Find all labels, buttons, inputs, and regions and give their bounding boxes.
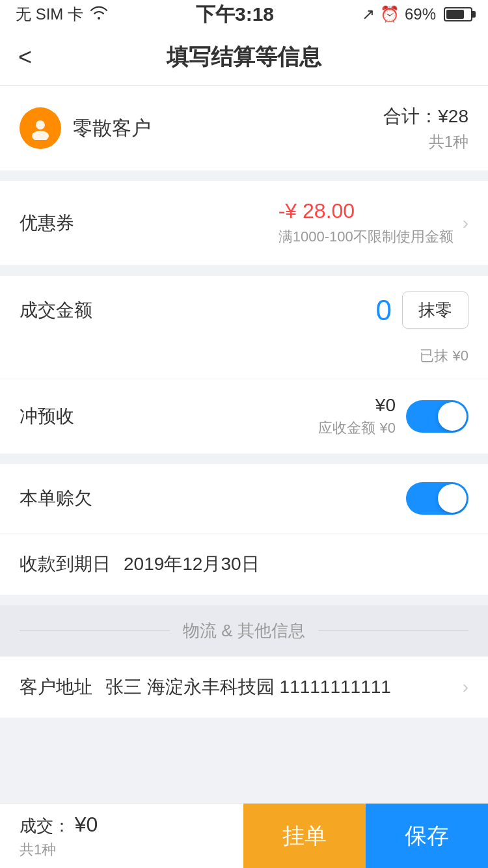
divider-1 [0, 170, 488, 181]
debt-label: 本单赊欠 [20, 486, 92, 511]
logistics-divider: 物流 & 其他信息 [0, 605, 488, 657]
status-right: ↗ ⏰ 69% [362, 5, 472, 23]
prepay-sub: 应收金额 ¥0 [318, 418, 396, 438]
battery-percent: 69% [405, 5, 436, 23]
amount-right: 0 抹零 [376, 292, 468, 329]
divider-3 [0, 454, 488, 464]
address-value: 张三 海淀永丰科技园 11111111111 [105, 675, 463, 699]
back-button[interactable]: < [18, 44, 32, 71]
coupon-label: 优惠券 [20, 211, 74, 236]
bottom-summary: 成交： ¥0 共1种 [0, 813, 243, 860]
prepay-label: 冲预收 [20, 404, 74, 429]
debt-row: 本单赊欠 [0, 464, 488, 533]
carrier-text: 无 SIM 卡 [16, 4, 83, 25]
customer-total: 合计：¥28 [383, 104, 468, 129]
address-chevron-icon: › [463, 677, 468, 698]
divider-2 [0, 265, 488, 276]
toggle-thumb [438, 402, 467, 431]
amount-value: 0 [376, 294, 392, 327]
divider-5 [0, 718, 488, 728]
due-value: 2019年12月30日 [124, 552, 260, 576]
summary-label: 成交： [20, 816, 70, 835]
nav-bar: < 填写结算等信息 [0, 29, 488, 86]
svg-point-0 [36, 120, 45, 129]
coupon-desc: 满1000-100不限制使用金额 [278, 227, 454, 247]
customer-left: 零散客户 [20, 107, 151, 149]
prepay-value-block: ¥0 应收金额 ¥0 [318, 395, 396, 438]
wifi-icon [90, 5, 108, 23]
prepay-toggle[interactable] [406, 400, 468, 433]
due-date-row: 收款到期日 2019年12月30日 [0, 533, 488, 595]
customer-right: 合计：¥28 共1种 [383, 104, 468, 152]
hold-button[interactable]: 挂单 [243, 804, 366, 868]
customer-row: 零散客户 合计：¥28 共1种 [0, 86, 488, 170]
amount-label: 成交金额 [20, 298, 92, 323]
prepay-right: ¥0 应收金额 ¥0 [318, 395, 468, 438]
save-button[interactable]: 保存 [366, 804, 488, 868]
status-time: 下午3:18 [196, 1, 274, 28]
divider-4 [0, 595, 488, 605]
bottom-bar: 成交： ¥0 共1种 挂单 保存 [0, 803, 488, 868]
logistics-label: 物流 & 其他信息 [183, 619, 305, 642]
location-icon: ↗ [362, 5, 375, 23]
coupon-value: -¥ 28.00 [278, 199, 454, 223]
divider-line-right [318, 631, 468, 631]
bottom-summary-top: 成交： ¥0 [20, 813, 224, 837]
prepay-value: ¥0 [318, 395, 396, 416]
customer-count: 共1种 [383, 131, 468, 152]
round-button[interactable]: 抹零 [402, 292, 468, 329]
amount-sub: 已抹 ¥0 [420, 347, 468, 364]
status-bar: 无 SIM 卡 下午3:18 ↗ ⏰ 69% [0, 0, 488, 29]
coupon-right: -¥ 28.00 满1000-100不限制使用金额 › [278, 199, 468, 247]
avatar [20, 107, 61, 149]
due-label: 收款到期日 [20, 552, 111, 576]
page-title: 填写结算等信息 [167, 42, 321, 72]
address-right: › [463, 677, 468, 698]
customer-name: 零散客户 [73, 115, 151, 142]
summary-value: ¥0 [75, 813, 98, 836]
alarm-icon: ⏰ [380, 5, 400, 23]
transaction-amount-row: 成交金额 0 抹零 [0, 276, 488, 344]
bottom-summary-sub: 共1种 [20, 840, 224, 860]
divider-line-left [20, 631, 170, 631]
battery-icon [444, 7, 472, 21]
customer-section: 零散客户 合计：¥28 共1种 [0, 86, 488, 170]
status-left: 无 SIM 卡 [16, 4, 108, 25]
prepay-row: 冲预收 ¥0 应收金额 ¥0 [0, 379, 488, 454]
content: 零散客户 合计：¥28 共1种 优惠券 -¥ 28.00 满1000-100不限… [0, 86, 488, 806]
svg-point-1 [32, 131, 49, 140]
address-label: 客户地址 [20, 675, 92, 699]
address-row[interactable]: 客户地址 张三 海淀永丰科技园 11111111111 › [0, 657, 488, 718]
coupon-chevron-icon: › [463, 213, 468, 234]
debt-toggle[interactable] [406, 482, 468, 515]
debt-toggle-thumb [438, 484, 467, 513]
coupon-row[interactable]: 优惠券 -¥ 28.00 满1000-100不限制使用金额 › [0, 181, 488, 265]
